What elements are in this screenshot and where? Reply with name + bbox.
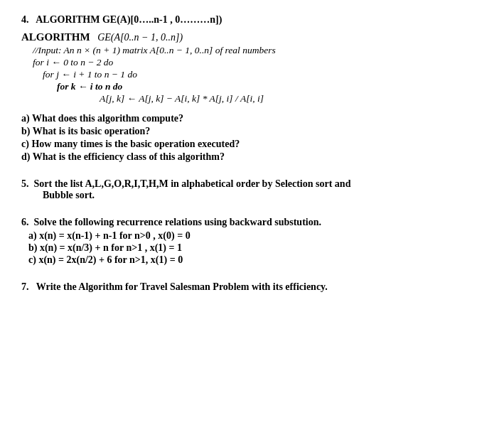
algo-header-line: ALGORITHM GE(A[0..n − 1, 0..n]) bbox=[21, 31, 483, 43]
q4-algo-title: ALGORITHM GE(A)[0…..n-1 , 0………n]) bbox=[36, 14, 222, 25]
q6-sub-b: b) x(n) = x(n/3) + n for n>1 , x(1) = 1 bbox=[28, 242, 483, 254]
q5-text2: Bubble sort. bbox=[43, 190, 483, 201]
algo-line-3: for k ← i to n do bbox=[57, 81, 483, 92]
q6-number: 6. bbox=[21, 217, 29, 227]
algo-signature: GE(A[0..n − 1, 0..n]) bbox=[97, 32, 183, 43]
q7-text: Write the Algorithm for Travel Salesman … bbox=[36, 281, 328, 292]
q5-title: 5. Sort the list A,L,G,O,R,I,T,H,M in al… bbox=[21, 178, 483, 190]
question-7: 7. Write the Algorithm for Travel Salesm… bbox=[21, 281, 483, 293]
page-content: 4. ALGORITHM GE(A)[0…..n-1 , 0………n]) ALG… bbox=[21, 14, 483, 293]
algo-line-2: for j ← i + 1 to n − 1 do bbox=[43, 69, 483, 80]
algo-line-4: A[j, k] ← A[j, k] − A[i, k] * A[j, i] / … bbox=[100, 93, 483, 104]
q4-sub-c: c) How many times is the basic operation… bbox=[21, 139, 483, 150]
algo-line-1: for i ← 0 to n − 2 do bbox=[33, 57, 483, 68]
q4-sub-a: a) What does this algorithm compute? bbox=[21, 113, 483, 124]
q4-title: 4. ALGORITHM GE(A)[0…..n-1 , 0………n]) bbox=[21, 14, 483, 26]
q4-number: 4. bbox=[21, 14, 29, 25]
q4-sub-b: b) What is its basic operation? bbox=[21, 126, 483, 137]
q6-title-text: Solve the following recurrence relations… bbox=[34, 217, 321, 227]
q4-sub-d: d) What is the efficiency class of this … bbox=[21, 151, 483, 163]
q7-title: 7. Write the Algorithm for Travel Salesm… bbox=[21, 281, 483, 293]
algorithm-block: ALGORITHM GE(A[0..n − 1, 0..n]) //Input:… bbox=[21, 31, 483, 104]
q5-text: Sort the list A,L,G,O,R,I,T,H,M in alpha… bbox=[34, 178, 351, 189]
q7-number: 7. bbox=[21, 281, 29, 292]
algo-comment: //Input: An n × (n + 1) matrix A[0..n − … bbox=[33, 45, 483, 56]
algo-keyword: ALGORITHM bbox=[21, 31, 90, 43]
q6-sub-c: c) x(n) = 2x(n/2) + 6 for n>1, x(1) = 0 bbox=[28, 254, 483, 266]
q5-number: 5. bbox=[21, 178, 29, 189]
question-4: 4. ALGORITHM GE(A)[0…..n-1 , 0………n]) ALG… bbox=[21, 14, 483, 163]
q4-subquestions: a) What does this algorithm compute? b) … bbox=[21, 113, 483, 163]
question-6: 6. Solve the following recurrence relati… bbox=[21, 217, 483, 266]
q6-title: 6. Solve the following recurrence relati… bbox=[21, 217, 483, 228]
question-5: 5. Sort the list A,L,G,O,R,I,T,H,M in al… bbox=[21, 178, 483, 201]
q6-sub-a: a) x(n) = x(n-1) + n-1 for n>0 , x(0) = … bbox=[28, 230, 483, 242]
